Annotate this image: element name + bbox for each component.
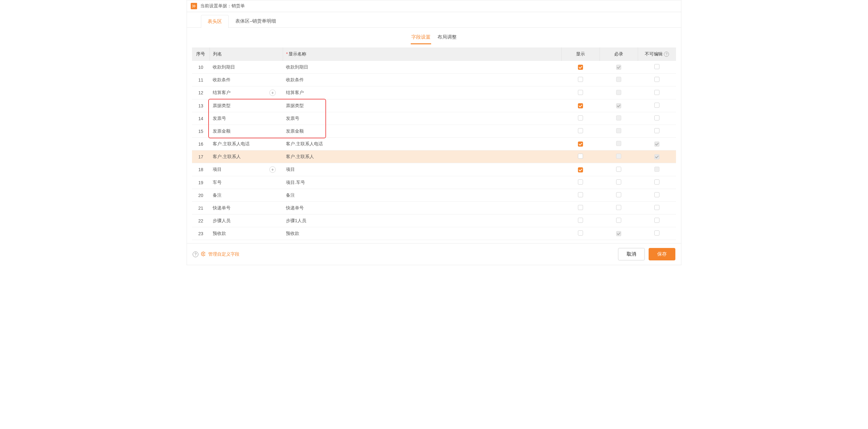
checkbox-readonly[interactable] <box>654 103 659 108</box>
table-row: 13票据类型票据类型 <box>192 99 676 112</box>
row-seq: 10 <box>192 61 210 74</box>
row-seq: 12 <box>192 86 210 99</box>
table-row: 21快递单号快递单号 <box>192 202 676 214</box>
checkbox-readonly[interactable] <box>654 77 659 82</box>
help-icon[interactable]: ? <box>193 252 198 257</box>
col-header-show: 显示 <box>561 48 599 61</box>
table-row: 15发票金额发票金额 <box>192 125 676 138</box>
row-display-name[interactable]: 备注 <box>283 189 561 202</box>
row-display-name[interactable]: 结算客户 <box>283 86 561 99</box>
checkbox-show[interactable] <box>578 103 583 108</box>
col-header-required: 必录 <box>599 48 638 61</box>
checkbox-show[interactable] <box>578 90 583 95</box>
checkbox-required[interactable] <box>616 167 621 172</box>
row-col-name: 收款到期日 <box>210 61 283 74</box>
row-display-name[interactable]: 项目.车号 <box>283 176 561 189</box>
table-row: 20备注备注 <box>192 189 676 202</box>
checkbox-readonly[interactable] <box>654 115 659 120</box>
row-display-name[interactable]: 步骤1人员 <box>283 214 561 227</box>
row-col-name: 结算客户+ <box>210 86 283 99</box>
row-display-name[interactable]: 快递单号 <box>283 202 561 214</box>
add-sub-field-button[interactable]: + <box>269 166 276 173</box>
checkbox-show[interactable] <box>578 65 583 70</box>
checkbox-show[interactable] <box>578 218 583 223</box>
save-button[interactable]: 保存 <box>649 248 675 260</box>
row-col-name: 票据类型 <box>210 99 283 112</box>
row-col-name: 项目+ <box>210 163 283 176</box>
sub-tab-0[interactable]: 字段设置 <box>411 32 431 44</box>
checkbox-required <box>616 128 621 133</box>
sub-tab-1[interactable]: 布局调整 <box>437 32 457 44</box>
checkbox-readonly[interactable] <box>654 205 659 210</box>
manage-custom-fields-link[interactable]: 管理自定义字段 <box>208 252 240 257</box>
row-seq: 21 <box>192 202 210 214</box>
checkbox-required <box>616 154 621 159</box>
checkbox-readonly[interactable] <box>654 218 659 223</box>
table-row: 11收款条件收款条件 <box>192 74 676 86</box>
row-seq: 16 <box>192 138 210 150</box>
row-seq: 22 <box>192 214 210 227</box>
row-col-name: 备注 <box>210 189 283 202</box>
checkbox-show[interactable] <box>578 154 583 159</box>
checkbox-show[interactable] <box>578 205 583 210</box>
top-tab-0[interactable]: 表头区 <box>201 15 228 28</box>
row-col-name: 收款条件 <box>210 74 283 86</box>
row-display-name[interactable]: 客户.主联系人电话 <box>283 138 561 150</box>
checkbox-show[interactable] <box>578 142 583 147</box>
checkbox-show[interactable] <box>578 230 583 235</box>
gear-icon <box>201 252 206 257</box>
checkbox-readonly[interactable] <box>654 179 659 184</box>
field-settings-table: 序号 列名 *显示名称 显示 必录 不可编辑? 10收款到期日收款到期日11收款… <box>192 48 676 240</box>
checkbox-readonly[interactable] <box>654 64 659 69</box>
checkbox-required[interactable] <box>616 179 621 184</box>
col-header-name: 列名 <box>210 48 283 61</box>
top-tab-1[interactable]: 表体区–销货单明细 <box>228 15 283 28</box>
row-display-name[interactable]: 发票金额 <box>283 125 561 138</box>
row-seq: 13 <box>192 99 210 112</box>
table-row: 12结算客户+结算客户 <box>192 86 676 99</box>
row-display-name[interactable]: 预收款 <box>283 227 561 240</box>
row-display-name[interactable]: 项目 <box>283 163 561 176</box>
row-display-name[interactable]: 收款条件 <box>283 74 561 86</box>
checkbox-readonly[interactable] <box>654 230 659 235</box>
col-header-seq: 序号 <box>192 48 210 61</box>
table-row: 17客户.主联系人客户.主联系人 <box>192 150 676 163</box>
checkbox-show[interactable] <box>578 77 583 82</box>
checkbox-show[interactable] <box>578 167 583 172</box>
row-col-name: 快递单号 <box>210 202 283 214</box>
checkbox-required[interactable] <box>616 205 621 210</box>
checkbox-show[interactable] <box>578 115 583 120</box>
cancel-button[interactable]: 取消 <box>618 248 645 260</box>
header-title: 当前设置单据：销货单 <box>200 3 245 9</box>
table-row: 10收款到期日收款到期日 <box>192 61 676 74</box>
row-seq: 18 <box>192 163 210 176</box>
row-display-name[interactable]: 客户.主联系人 <box>283 150 561 163</box>
collapse-button[interactable] <box>191 3 197 9</box>
checkbox-show[interactable] <box>578 128 583 133</box>
checkbox-readonly[interactable] <box>654 192 659 197</box>
checkbox-readonly[interactable] <box>654 128 659 133</box>
row-display-name[interactable]: 票据类型 <box>283 99 561 112</box>
col-header-readonly: 不可编辑? <box>638 48 676 61</box>
checkbox-required[interactable] <box>616 218 621 223</box>
sub-tabs: 字段设置布局调整 <box>187 28 681 44</box>
row-display-name[interactable]: 发票号 <box>283 112 561 125</box>
checkbox-readonly[interactable] <box>654 90 659 95</box>
row-display-name[interactable]: 收款到期日 <box>283 61 561 74</box>
top-tabs: 表头区表体区–销货单明细 <box>187 12 681 28</box>
row-col-name: 客户.主联系人电话 <box>210 138 283 150</box>
checkbox-required <box>616 115 621 120</box>
add-sub-field-button[interactable]: + <box>269 90 276 96</box>
checkbox-show[interactable] <box>578 192 583 197</box>
row-seq: 20 <box>192 189 210 202</box>
footer: ? 管理自定义字段 取消 保存 <box>187 243 681 265</box>
table-row: 14发票号发票号 <box>192 112 676 125</box>
row-seq: 19 <box>192 176 210 189</box>
checkbox-required <box>616 141 621 146</box>
row-col-name: 步骤人员 <box>210 214 283 227</box>
checkbox-required <box>616 65 621 70</box>
help-icon[interactable]: ? <box>664 52 669 57</box>
checkbox-show[interactable] <box>578 179 583 184</box>
checkbox-required[interactable] <box>616 192 621 197</box>
row-seq: 17 <box>192 150 210 163</box>
